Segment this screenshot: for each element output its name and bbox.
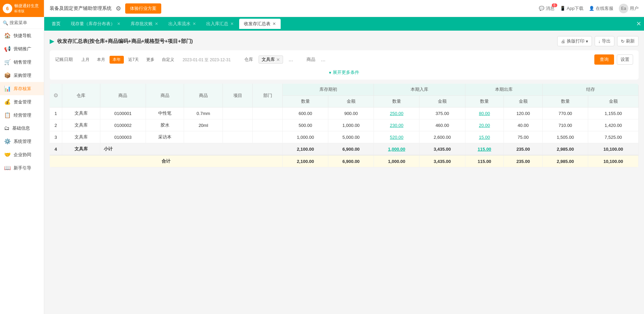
finance-icon: 💰: [4, 99, 11, 105]
th-out-group: 本期出库: [465, 84, 543, 96]
sidebar-item-guide[interactable]: 📖 新手引导: [0, 161, 44, 175]
tab-batch-ledger[interactable]: 库存批次账 ✕: [126, 19, 163, 29]
date-btn-this-year[interactable]: 本年: [110, 56, 124, 64]
row2-in-amt: 460.00: [419, 119, 465, 131]
filter-row-1: 记账日期 上月 本月 本年 近7天 更多 自定义 2023-01-01 至 20…: [55, 54, 633, 65]
th-project: 项目: [223, 84, 253, 108]
th-in-amt: 金额: [419, 96, 465, 108]
expand-more-conditions[interactable]: ▾ 展开更多条件: [55, 68, 633, 76]
subtotal-warehouse: 文具库: [62, 143, 100, 155]
tabbar-close-btn[interactable]: ✕: [636, 20, 641, 28]
subtotal-out-amt: 235.00: [504, 143, 543, 155]
warehouse-more-btn[interactable]: ...: [288, 56, 293, 63]
sidebar-item-finance[interactable]: 💰 资金管理: [0, 95, 44, 109]
industry-btn[interactable]: 体验行业方案: [125, 3, 161, 14]
sidebar-item-quick-nav[interactable]: 🏠 快捷导航: [0, 29, 44, 42]
subtotal-num: 4: [50, 143, 62, 155]
row2-in-qty[interactable]: 230.00: [374, 119, 419, 131]
date-btn-last-month[interactable]: 上月: [78, 56, 93, 64]
sidebar-item-enterprise[interactable]: 🤝 企业协同: [0, 148, 44, 161]
message-btn[interactable]: 💬 消息 6: [539, 5, 555, 12]
subtotal-in-qty[interactable]: 1,000.00: [374, 143, 419, 155]
tab-inout-summary[interactable]: 出入库汇总 ✕: [201, 19, 238, 29]
app-download-btn[interactable]: 📱 App下载: [560, 5, 583, 12]
sidebar-item-basic[interactable]: 🗂 基础信息: [0, 122, 44, 135]
table-settings-icon[interactable]: ⚙: [53, 93, 58, 98]
page-header: ▶ 收发存汇总表(按仓库+商品编码+商品+规格型号+项目+部门) 🖨 换版打印 …: [50, 36, 639, 46]
sidebar-item-operation[interactable]: 📋 经营管理: [0, 109, 44, 122]
app-icon: 📱: [560, 6, 565, 11]
logo-line2: 标准版: [14, 9, 39, 14]
sidebar-item-marketing[interactable]: 📢 营销推广: [0, 42, 44, 55]
subtotal-out-qty[interactable]: 115.00: [465, 143, 504, 155]
tab-inout-flow-label: 出入库流水: [168, 21, 191, 27]
row3-opening-amt: 5,000.00: [328, 131, 374, 143]
total-in-amt: 3,435.00: [419, 155, 465, 167]
th-closing-amt: 金额: [588, 96, 639, 108]
goods-filter-label: 商品: [307, 56, 315, 63]
row1-in-qty[interactable]: 250.00: [374, 108, 419, 119]
row2-num: 2: [50, 119, 62, 131]
th-closing-qty: 数量: [543, 96, 588, 108]
total-out-amt: 235.00: [504, 155, 543, 167]
warehouse-tag-remove[interactable]: ✕: [276, 57, 280, 62]
app-download-label: App下载: [567, 5, 583, 12]
table-row: 1 文具库 0100001 中性笔 0.7mm 600.00 900.00 25…: [50, 108, 639, 119]
date-btn-7days[interactable]: 近7天: [125, 56, 142, 64]
sidebar-item-inventory[interactable]: 📊 库存核算: [0, 82, 44, 95]
row3-out-qty[interactable]: 15.00: [465, 131, 504, 143]
user-btn[interactable]: Ea 用户: [619, 4, 639, 13]
query-btn[interactable]: 查询: [594, 54, 614, 65]
warehouse-tag[interactable]: 文具库 ✕: [259, 55, 283, 64]
subtotal-opening-qty: 2,100.00: [283, 143, 328, 155]
refresh-icon: ↻: [621, 39, 625, 44]
export-btn[interactable]: ↓ 导出: [595, 36, 615, 46]
logo-line1: 畅捷通好生意: [14, 3, 39, 9]
tabbar: 首页 现存量（库存分布表） ✕ 库存批次账 ✕ 出入库流水 ✕ 出入库汇总 ✕ …: [44, 17, 644, 31]
total-opening-qty: 2,100.00: [283, 155, 328, 167]
topbar-settings-icon[interactable]: ⚙: [116, 5, 121, 12]
date-range-display: 2023-01-01 至 2023-12-31: [183, 57, 231, 63]
sidebar-label-quick-nav: 快捷导航: [14, 33, 31, 39]
tab-inventory-dist-close[interactable]: ✕: [117, 21, 120, 26]
refresh-btn[interactable]: ↻ 刷新: [617, 36, 639, 46]
date-btn-custom[interactable]: 自定义: [159, 56, 177, 64]
search-menu-item[interactable]: 🔍 搜索菜单: [0, 17, 44, 29]
tab-recv-send-summary-close[interactable]: ✕: [273, 21, 276, 26]
sidebar-label-enterprise: 企业协同: [14, 152, 31, 158]
row2-closing-qty: 710.00: [543, 119, 588, 131]
print-icon: 🖨: [561, 39, 565, 44]
search-label: 搜索菜单: [10, 20, 27, 26]
tab-home[interactable]: 首页: [47, 19, 65, 29]
sidebar-item-system[interactable]: ⚙️ 系统管理: [0, 135, 44, 148]
tab-inout-summary-close[interactable]: ✕: [230, 21, 234, 26]
tab-inout-flow-close[interactable]: ✕: [193, 21, 196, 26]
date-btn-this-month[interactable]: 本月: [94, 56, 108, 64]
sidebar-item-purchase[interactable]: 📦 采购管理: [0, 69, 44, 82]
date-btn-more[interactable]: 更多: [143, 56, 158, 64]
row1-code: 0100001: [100, 108, 146, 119]
settings-small-btn[interactable]: 设置: [617, 54, 633, 65]
th-opening-qty: 数量: [283, 96, 328, 108]
tab-batch-ledger-close[interactable]: ✕: [155, 21, 158, 26]
tab-inout-flow[interactable]: 出入库流水 ✕: [164, 19, 201, 29]
tab-inventory-dist-label: 现存量（库存分布表）: [71, 21, 115, 27]
table-row: 3 文具库 0100003 采访本 1,000.00 5,000.00 520.…: [50, 131, 639, 143]
row3-in-qty[interactable]: 520.00: [374, 131, 419, 143]
inventory-icon: 📊: [4, 85, 11, 92]
tab-inventory-dist[interactable]: 现存量（库存分布表） ✕: [66, 19, 125, 29]
row1-dept: [253, 108, 283, 119]
sidebar-label-basic: 基础信息: [12, 125, 30, 131]
online-service-btn[interactable]: 👤 在线客服: [589, 5, 613, 12]
th-out-amt: 金额: [504, 96, 543, 108]
print-btn[interactable]: 🖨 换版打印 ▾: [557, 36, 592, 46]
sidebar-label-sales: 销售管理: [14, 59, 31, 65]
row1-out-qty[interactable]: 80.00: [465, 108, 504, 119]
sidebar-item-sales[interactable]: 🛒 销售管理: [0, 55, 44, 69]
row2-out-qty[interactable]: 20.00: [465, 119, 504, 131]
system-icon: ⚙️: [4, 138, 11, 145]
tab-recv-send-summary[interactable]: 收发存汇总表 ✕: [239, 19, 281, 29]
row1-in-amt: 375.00: [419, 108, 465, 119]
collapse-btn[interactable]: ▶: [50, 37, 54, 45]
goods-more-btn[interactable]: ...: [321, 56, 325, 63]
